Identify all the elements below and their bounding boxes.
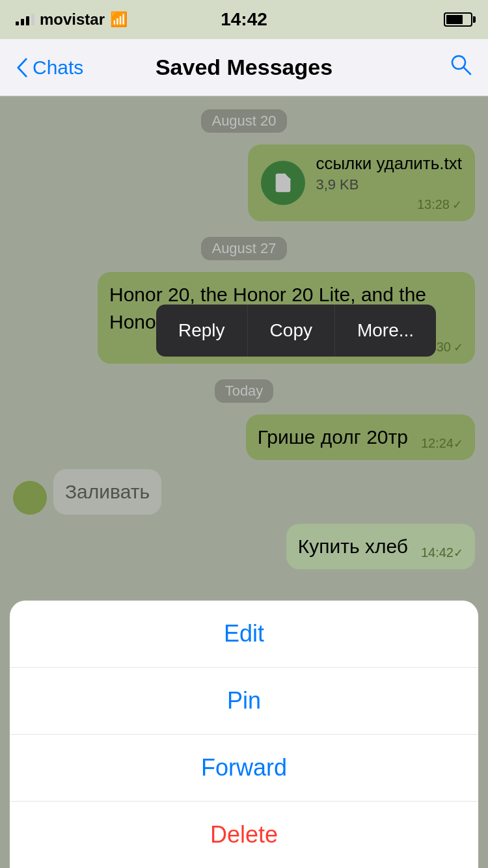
action-pin-button[interactable]: Pin (10, 668, 478, 735)
action-forward-button[interactable]: Forward (10, 735, 478, 802)
context-copy-button[interactable]: Copy (248, 305, 335, 357)
status-time: 14:42 (221, 9, 267, 30)
search-button[interactable] (449, 53, 472, 82)
action-sheet: Edit Pin Forward Delete (10, 601, 478, 868)
svg-point-0 (452, 56, 465, 69)
context-reply-button[interactable]: Reply (156, 305, 248, 357)
context-menu: Reply Copy More... (156, 305, 436, 357)
battery-icon (444, 12, 472, 27)
status-left: movistar 📶 (16, 10, 128, 29)
status-right (444, 12, 472, 27)
page-title: Saved Messages (156, 55, 332, 80)
action-delete-button[interactable]: Delete (10, 802, 478, 868)
chat-area: August 20 ссылки удалить.txt 3,9 KB 13:2… (0, 96, 488, 868)
context-more-button[interactable]: More... (335, 305, 436, 357)
nav-bar: Chats Saved Messages (0, 39, 488, 96)
svg-line-1 (464, 68, 470, 74)
wifi-icon: 📶 (110, 11, 128, 28)
status-bar: movistar 📶 14:42 (0, 0, 488, 39)
back-button[interactable]: Chats (16, 57, 83, 79)
signal-icon (16, 14, 34, 25)
action-edit-button[interactable]: Edit (10, 601, 478, 668)
back-label: Chats (33, 57, 83, 79)
carrier-label: movistar (40, 10, 105, 29)
